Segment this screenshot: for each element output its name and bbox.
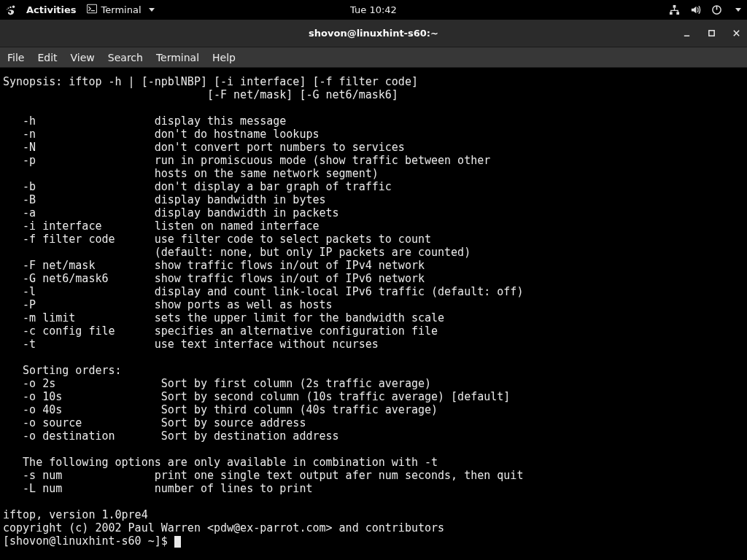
- terminal-icon: [87, 4, 97, 16]
- menu-edit[interactable]: Edit: [37, 52, 57, 63]
- svg-rect-4: [87, 4, 96, 12]
- clock[interactable]: Tue 10:42: [350, 4, 397, 15]
- menu-view[interactable]: View: [71, 52, 95, 63]
- power-icon[interactable]: [711, 4, 722, 15]
- app-menu[interactable]: Terminal: [87, 4, 155, 16]
- desktop-topbar: Activities Terminal Tue 10:42: [0, 0, 747, 20]
- minimize-button[interactable]: [680, 27, 693, 40]
- svg-point-1: [9, 6, 11, 7]
- svg-point-3: [7, 9, 7, 9]
- shell-prompt: [shovon@linuxhint-s60 ~]$: [3, 534, 174, 548]
- svg-point-0: [12, 5, 15, 8]
- network-icon[interactable]: [669, 4, 680, 15]
- terminal-window: shovon@linuxhint-s60:~ File Edit View Se…: [0, 20, 747, 551]
- menu-file[interactable]: File: [7, 52, 24, 63]
- window-title: shovon@linuxhint-s60:~: [309, 28, 438, 39]
- svg-rect-7: [676, 12, 679, 15]
- menu-help[interactable]: Help: [212, 52, 236, 63]
- close-button[interactable]: [729, 27, 743, 40]
- activities-button[interactable]: Activities: [26, 4, 77, 15]
- cursor: [174, 536, 181, 548]
- gnome-logo-icon: [6, 5, 16, 15]
- menubar: File Edit View Search Terminal Help: [0, 47, 747, 68]
- svg-rect-11: [708, 31, 713, 36]
- maximize-button[interactable]: [705, 27, 718, 40]
- svg-rect-5: [673, 5, 676, 8]
- app-menu-label: Terminal: [101, 4, 142, 15]
- chevron-down-icon: [735, 8, 741, 12]
- chevron-down-icon: [149, 8, 155, 12]
- terminal-output[interactable]: Synopsis: iftop -h | [-npblNBP] [-i inte…: [0, 68, 747, 551]
- svg-point-2: [8, 7, 9, 9]
- menu-terminal[interactable]: Terminal: [156, 52, 199, 63]
- volume-icon[interactable]: [690, 4, 701, 15]
- svg-rect-6: [670, 12, 673, 15]
- window-titlebar: shovon@linuxhint-s60:~: [0, 20, 747, 47]
- menu-search[interactable]: Search: [108, 52, 143, 63]
